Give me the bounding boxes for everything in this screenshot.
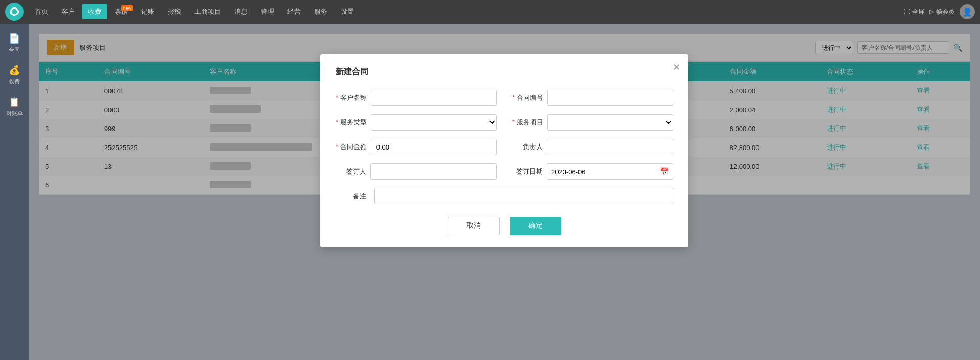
- nav-tax[interactable]: 报税: [162, 4, 187, 19]
- responsible-person-label: 负责人: [512, 142, 543, 152]
- contract-amount-input[interactable]: [371, 139, 497, 155]
- nav-right-area: ⛶ 全屏 ▷ 畅会员 👤: [904, 4, 975, 19]
- top-navigation: 首页 客户 收费 票据 new 记账 报税 工商项目 消息 管理 经营 服务 设…: [0, 0, 980, 24]
- service-item-label: 服务项目: [512, 118, 543, 127]
- sidebar-item-fee[interactable]: 💰 收费: [2, 60, 27, 90]
- modal-overlay: ✕ 新建合同 客户名称 合同编号 服务类型: [29, 24, 980, 360]
- sidebar-item-contract[interactable]: 📄 合同: [2, 29, 27, 58]
- contract-no-input[interactable]: [547, 90, 673, 106]
- new-contract-modal: ✕ 新建合同 客户名称 合同编号 服务类型: [320, 54, 688, 247]
- service-type-select[interactable]: [371, 114, 497, 131]
- confirm-button[interactable]: 确定: [510, 217, 561, 235]
- customer-name-row: 客户名称: [336, 90, 497, 106]
- nav-service[interactable]: 服务: [308, 4, 333, 19]
- sign-date-label: 签订日期: [512, 167, 543, 176]
- service-type-label: 服务类型: [336, 118, 367, 127]
- contract-no-label: 合同编号: [512, 93, 543, 102]
- contract-amount-label: 合同金额: [336, 142, 367, 152]
- sidebar-item-statement[interactable]: 📋 对账单: [2, 92, 27, 121]
- nav-home[interactable]: 首页: [29, 4, 54, 19]
- modal-title: 新建合同: [336, 67, 673, 77]
- contract-no-row: 合同编号: [512, 90, 673, 106]
- fullscreen-button[interactable]: ⛶ 全屏: [904, 8, 924, 16]
- nav-fee[interactable]: 收费: [82, 4, 107, 19]
- signer-input[interactable]: [370, 163, 497, 180]
- customer-name-label: 客户名称: [336, 93, 367, 102]
- vip-icon: ▷: [929, 8, 934, 15]
- fee-icon: 💰: [9, 65, 20, 76]
- service-type-row: 服务类型: [336, 114, 497, 131]
- form-grid: 客户名称 合同编号 服务类型 服务项目: [336, 90, 673, 180]
- remark-label: 备注: [336, 192, 366, 201]
- main-layout: 📄 合同 💰 收费 📋 对账单 新增 服务项目 进行中 🔍: [0, 24, 980, 360]
- responsible-person-row: 负责人: [512, 139, 673, 155]
- new-badge: new: [121, 5, 133, 11]
- nav-manage[interactable]: 管理: [255, 4, 280, 19]
- signer-row: 签订人: [336, 163, 497, 180]
- cancel-button[interactable]: 取消: [448, 217, 500, 235]
- nav-business[interactable]: 工商项目: [188, 4, 227, 19]
- nav-settings[interactable]: 设置: [335, 4, 360, 19]
- nav-customer[interactable]: 客户: [55, 4, 81, 19]
- date-input-wrap: 📅: [547, 163, 673, 180]
- remark-row: 备注: [336, 188, 673, 204]
- modal-footer: 取消 确定: [336, 217, 673, 235]
- sidebar: 📄 合同 💰 收费 📋 对账单: [0, 24, 29, 360]
- nav-menu: 首页 客户 收费 票据 new 记账 报税 工商项目 消息 管理 经营 服务 设…: [29, 4, 904, 19]
- responsible-person-input[interactable]: [547, 139, 673, 155]
- remark-input[interactable]: [374, 188, 673, 204]
- avatar[interactable]: 👤: [960, 4, 975, 19]
- nav-message[interactable]: 消息: [228, 4, 254, 19]
- service-item-select[interactable]: [547, 114, 673, 131]
- content-area: 新增 服务项目 进行中 🔍 序号 合同编号 客户名称 服: [29, 24, 980, 360]
- sign-date-row: 签订日期 📅: [512, 163, 673, 180]
- app-logo: [5, 3, 24, 21]
- modal-close-button[interactable]: ✕: [673, 61, 680, 73]
- nav-operation[interactable]: 经营: [281, 4, 307, 19]
- customer-name-input[interactable]: [371, 90, 497, 106]
- contract-icon: 📄: [9, 33, 20, 44]
- nav-bookkeeping[interactable]: 记账: [135, 4, 161, 19]
- sign-date-input[interactable]: [551, 168, 657, 176]
- nav-invoice[interactable]: 票据 new: [108, 4, 134, 19]
- contract-amount-row: 合同金额: [336, 139, 497, 155]
- service-item-row: 服务项目: [512, 114, 673, 131]
- signer-label: 签订人: [336, 167, 366, 176]
- fullscreen-icon: ⛶: [904, 8, 910, 15]
- vip-button[interactable]: ▷ 畅会员: [929, 8, 954, 16]
- calendar-icon[interactable]: 📅: [660, 167, 669, 176]
- statement-icon: 📋: [9, 96, 20, 108]
